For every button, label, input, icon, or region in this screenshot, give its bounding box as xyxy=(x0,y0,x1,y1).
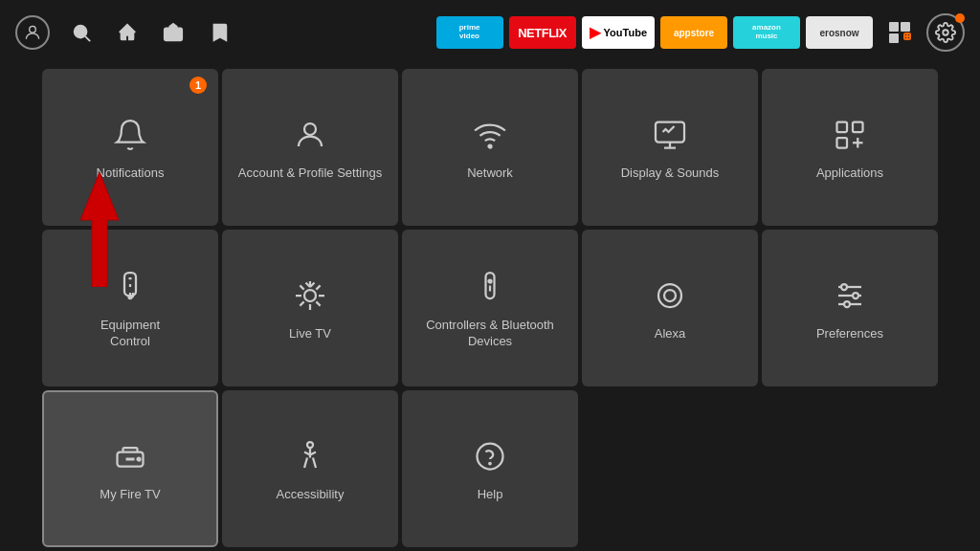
bookmark-icon[interactable] xyxy=(205,18,234,47)
svg-point-32 xyxy=(841,284,847,290)
topbar-right xyxy=(882,13,965,52)
app-amazonmusic[interactable]: amazonmusic xyxy=(733,16,800,49)
alexa-icon xyxy=(649,275,691,317)
svg-point-27 xyxy=(658,284,681,307)
accessibility-icon xyxy=(289,435,331,477)
cell-alexa-label: Alexa xyxy=(655,326,686,342)
apps-icon xyxy=(829,114,871,156)
svg-rect-16 xyxy=(837,138,848,148)
empty-cell-2 xyxy=(762,390,938,547)
cell-applications[interactable]: Applications xyxy=(762,69,938,226)
sliders-icon xyxy=(829,275,871,317)
svg-point-10 xyxy=(943,30,948,35)
firetv-icon xyxy=(109,435,151,477)
app-primevideo[interactable]: primevideo xyxy=(436,16,503,49)
topbar-left xyxy=(15,15,427,50)
svg-rect-4 xyxy=(889,22,899,32)
app-netflix[interactable]: NETFLIX xyxy=(509,16,576,49)
svg-point-37 xyxy=(138,457,141,460)
app-appstore[interactable]: appstore xyxy=(660,16,727,49)
cell-account-label: Account & Profile Settings xyxy=(238,165,382,182)
cell-network[interactable]: Network xyxy=(402,69,578,226)
svg-point-22 xyxy=(304,290,316,301)
remote-icon xyxy=(469,266,511,308)
cell-preferences-label: Preferences xyxy=(816,326,883,342)
svg-point-39 xyxy=(478,443,503,469)
svg-point-12 xyxy=(489,144,492,147)
cell-equipment-control[interactable]: EquipmentControl xyxy=(42,230,218,386)
help-icon xyxy=(469,435,511,477)
cell-applications-label: Applications xyxy=(816,165,883,182)
settings-icon[interactable] xyxy=(926,13,965,52)
app-erosnow[interactable]: erosnow xyxy=(806,16,873,49)
cell-live-tv[interactable]: Live TV xyxy=(222,230,398,386)
cell-accessibility[interactable]: Accessibility xyxy=(222,390,398,547)
cell-livetv-label: Live TV xyxy=(289,326,331,342)
cell-display-label: Display & Sounds xyxy=(621,165,720,182)
cell-help-label: Help xyxy=(478,487,503,503)
topbar-apps: primevideo NETFLIX ▶YouTube appstore ama… xyxy=(436,16,873,49)
display-icon xyxy=(649,114,691,156)
cell-network-label: Network xyxy=(467,165,513,182)
person-icon xyxy=(289,114,331,156)
svg-point-11 xyxy=(304,123,316,135)
svg-point-28 xyxy=(664,290,676,301)
livetv-icon xyxy=(289,275,331,317)
svg-point-40 xyxy=(489,462,491,464)
svg-rect-3 xyxy=(165,28,182,40)
cell-accessibility-label: Accessibility xyxy=(277,487,345,503)
cell-help[interactable]: Help xyxy=(402,390,578,547)
home-icon[interactable] xyxy=(113,18,142,47)
cell-notifications-label: Notifications xyxy=(97,165,165,182)
svg-rect-15 xyxy=(853,121,863,132)
cell-my-fire-tv[interactable]: My Fire TV xyxy=(42,390,218,547)
cell-account-profile[interactable]: Account & Profile Settings xyxy=(222,69,398,226)
cell-controllers-bluetooth[interactable]: Controllers & Bluetooth Devices xyxy=(402,230,578,386)
grid-view-icon[interactable] xyxy=(882,15,917,50)
svg-rect-6 xyxy=(889,33,899,43)
cell-preferences[interactable]: Preferences xyxy=(762,230,938,386)
svg-point-25 xyxy=(489,280,492,283)
search-icon[interactable] xyxy=(67,18,96,47)
bell-icon xyxy=(109,114,151,156)
settings-grid: 1 Notifications Account & Profile Settin… xyxy=(0,65,980,551)
empty-cell xyxy=(582,390,758,547)
cell-display-sounds[interactable]: Display & Sounds xyxy=(582,69,758,226)
svg-point-38 xyxy=(307,442,313,448)
cell-notifications[interactable]: 1 Notifications xyxy=(42,69,218,226)
profile-icon[interactable] xyxy=(15,15,50,50)
svg-rect-5 xyxy=(901,22,910,32)
svg-point-0 xyxy=(30,26,36,33)
svg-rect-14 xyxy=(837,121,848,132)
wifi-icon xyxy=(469,114,511,156)
notification-badge: 1 xyxy=(189,77,207,94)
svg-point-33 xyxy=(853,293,858,298)
tv-icon[interactable] xyxy=(159,18,188,47)
topbar: primevideo NETFLIX ▶YouTube appstore ama… xyxy=(0,0,980,65)
cell-alexa[interactable]: Alexa xyxy=(582,230,758,386)
svg-line-2 xyxy=(85,36,90,41)
svg-point-20 xyxy=(129,296,132,298)
app-youtube[interactable]: ▶YouTube xyxy=(582,16,655,49)
cell-controllers-label: Controllers & Bluetooth Devices xyxy=(412,318,568,350)
svg-point-34 xyxy=(844,301,850,307)
cell-my-fire-tv-label: My Fire TV xyxy=(100,487,160,503)
svg-point-1 xyxy=(75,26,87,38)
cell-equipment-label: EquipmentControl xyxy=(100,318,160,350)
settings-notification-dot xyxy=(955,13,965,23)
equipment-icon xyxy=(109,266,151,308)
